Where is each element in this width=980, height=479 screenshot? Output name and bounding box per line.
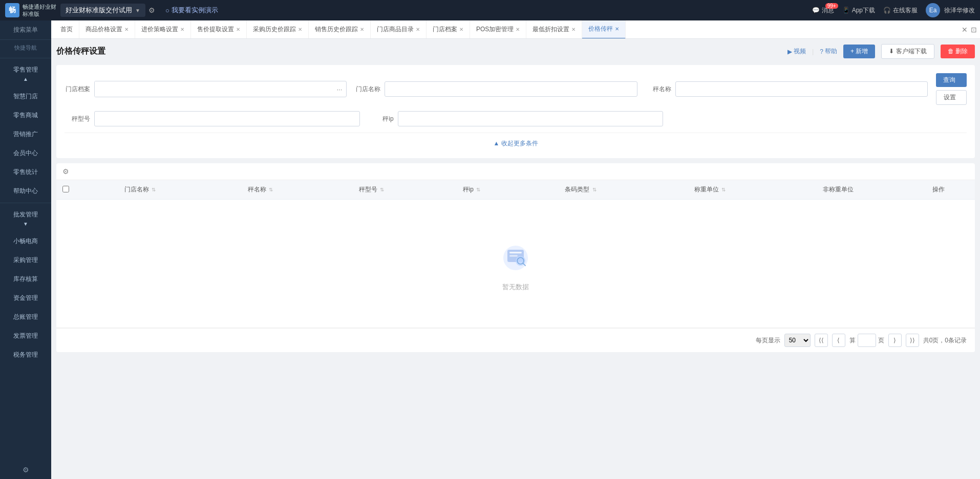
add-button[interactable]: + 新增 — [843, 45, 875, 58]
header-store-name: 门店名称 ⇅ — [75, 180, 205, 200]
store-archive-label: 门店档案 — [65, 85, 90, 94]
sidebar-item-invoice[interactable]: 发票管理 — [0, 326, 51, 345]
tab-purchase-strategy[interactable]: 进价策略设置 ✕ — [135, 20, 191, 39]
sidebar-item-retail-mgmt[interactable]: 零售管理 ▲ — [0, 60, 51, 87]
tab-store-catalog[interactable]: 门店商品目录 ✕ — [371, 20, 427, 39]
store-archive-input[interactable] — [95, 81, 332, 97]
pagination: 每页显示 50 10 20 100 ⟨⟨ ⟨ 算 1 页 ⟩ ⟩ — [56, 328, 975, 352]
user-profile[interactable]: Ea 徐泽华修改 — [926, 3, 975, 17]
tab-min-discount-close[interactable]: ✕ — [571, 27, 576, 32]
tab-price-scale-close[interactable]: ✕ — [615, 26, 619, 32]
tab-pos-mgmt-close[interactable]: ✕ — [516, 27, 520, 32]
sidebar-item-finance[interactable]: 资金管理 — [0, 289, 51, 308]
svg-rect-3 — [509, 255, 518, 256]
table-settings-icon[interactable]: ⚙ — [62, 167, 69, 176]
play-icon: ▶ — [787, 48, 792, 55]
search-button[interactable]: 查询 — [936, 73, 967, 87]
more-icon[interactable]: ··· — [332, 85, 346, 93]
tab-price-setting-close[interactable]: ✕ — [124, 27, 129, 32]
sort-icon-weight-unit[interactable]: ⇅ — [721, 187, 726, 192]
next-page-btn[interactable]: ⟩ — [888, 334, 902, 347]
sort-icon-barcode-type[interactable]: ⇅ — [592, 187, 596, 192]
tab-sale-extract[interactable]: 售价提取设置 ✕ — [191, 20, 247, 39]
sidebar-item-purchase[interactable]: 采购管理 — [0, 251, 51, 270]
sidebar-item-marketing[interactable]: 营销推广 — [0, 125, 51, 144]
scale-ip-input[interactable] — [398, 111, 664, 126]
avatar: Ea — [926, 3, 940, 17]
sidebar-item-tax[interactable]: 税务管理 — [0, 345, 51, 364]
scale-name-input[interactable] — [675, 81, 928, 97]
sort-icon-store-name[interactable]: ⇅ — [152, 187, 156, 192]
demo-link[interactable]: ○ 我要看实例演示 — [165, 6, 218, 15]
sidebar-item-retail-stats[interactable]: 零售统计 — [0, 163, 51, 182]
header-scale-model: 秤型号 ⇅ — [316, 180, 427, 200]
sidebar-search[interactable]: 搜索菜单 — [0, 20, 51, 40]
finance-label: 资金管理 — [13, 294, 38, 302]
store-name-input[interactable] — [385, 81, 637, 97]
tab-sale-history-label: 销售历史价跟踪 — [315, 25, 358, 34]
tab-store-archive[interactable]: 门店档案 ✕ — [427, 20, 470, 39]
topbar-settings-icon[interactable]: ⚙ — [148, 6, 155, 14]
sidebar-item-ledger[interactable]: 总账管理 — [0, 308, 51, 326]
last-page-btn[interactable]: ⟩⟩ — [906, 334, 919, 347]
tab-sale-history[interactable]: 销售历史价跟踪 ✕ — [309, 20, 371, 39]
sidebar-settings-icon[interactable]: ⚙ — [0, 461, 51, 479]
collapse-button[interactable]: ▲ 收起更多条件 — [487, 137, 544, 150]
per-page-select[interactable]: 50 10 20 100 — [784, 334, 811, 347]
app-download-btn[interactable]: 📱 App下载 — [842, 6, 875, 15]
sidebar-quick-nav[interactable]: 快捷导航 — [0, 40, 51, 56]
empty-text: 暂无数据 — [502, 282, 529, 292]
scale-ip-label: 秤ip — [368, 115, 394, 123]
tab-min-discount[interactable]: 最低折扣设置 ✕ — [526, 20, 582, 39]
field-scale-model: 秤型号 — [65, 111, 360, 126]
tab-sale-extract-close[interactable]: ✕ — [236, 27, 240, 32]
tab-home[interactable]: 首页 — [54, 20, 79, 39]
delete-button[interactable]: 🗑 删除 — [941, 45, 975, 58]
table-container: ⚙ 门店名称 ⇅ 秤名称 — [56, 163, 975, 352]
tab-price-setting[interactable]: 商品价格设置 ✕ — [79, 20, 135, 39]
page-title: 价格传秤设置 — [56, 46, 105, 57]
tab-store-archive-close[interactable]: ✕ — [459, 27, 463, 32]
search-panel: 门店档案 ··· 门店名称 秤名称 — [56, 65, 975, 158]
tab-price-scale[interactable]: 价格传秤 ✕ — [582, 20, 626, 39]
tab-pos-mgmt[interactable]: POS加密管理 ✕ — [470, 20, 526, 39]
select-all-checkbox[interactable] — [62, 186, 69, 192]
help-link[interactable]: ? 帮助 — [820, 47, 837, 56]
field-store-name: 门店名称 — [355, 81, 637, 97]
content-area: 首页 商品价格设置 ✕ 进价策略设置 ✕ 售价提取设置 ✕ 采购历史价跟踪 ✕ … — [51, 20, 980, 479]
sidebar-item-inventory[interactable]: 库存核算 — [0, 270, 51, 289]
tab-purchase-strategy-close[interactable]: ✕ — [180, 27, 184, 32]
app-icon: 📱 — [842, 7, 850, 14]
messages-btn[interactable]: 💬 消息 99+ — [812, 6, 834, 15]
sidebar-item-help[interactable]: 帮助中心 — [0, 182, 51, 201]
tab-store-catalog-close[interactable]: ✕ — [416, 27, 420, 32]
tab-sale-history-close[interactable]: ✕ — [360, 27, 364, 32]
header-scale-ip: 秤ip ⇅ — [427, 180, 516, 200]
sidebar-item-wholesale[interactable]: 批发管理 ▼ — [0, 205, 51, 232]
download-button[interactable]: ⬇ 客户端下载 — [881, 44, 934, 59]
sort-icon-scale-ip[interactable]: ⇅ — [476, 187, 480, 192]
sidebar-item-ecommerce[interactable]: 小畅电商 — [0, 232, 51, 251]
sort-icon-scale-model[interactable]: ⇅ — [380, 187, 384, 192]
tab-purchase-history[interactable]: 采购历史价跟踪 ✕ — [247, 20, 309, 39]
sidebar-item-smart-store[interactable]: 智慧门店 — [0, 87, 51, 106]
video-link[interactable]: ▶ 视频 — [787, 47, 806, 56]
field-scale-name: 秤名称 — [646, 81, 928, 97]
version-selector[interactable]: 好业财标准版交付试用 ▼ — [60, 4, 145, 17]
prev-page-btn[interactable]: ⟨ — [832, 334, 845, 347]
sort-icon-scale-name[interactable]: ⇅ — [269, 187, 273, 192]
user-name: 徐泽华修改 — [944, 6, 975, 15]
message-icon: 💬 — [812, 7, 820, 14]
sidebar-item-retail-mall[interactable]: 零售商城 — [0, 106, 51, 125]
scale-model-input[interactable] — [94, 111, 360, 126]
current-page-input[interactable]: 1 — [858, 334, 876, 347]
tab-close-all-btn[interactable]: ✕ — [962, 26, 968, 34]
store-archive-input-wrapper: ··· — [94, 81, 347, 97]
first-page-btn[interactable]: ⟨⟨ — [815, 334, 828, 347]
tab-expand-btn[interactable]: ⊡ — [971, 26, 977, 34]
tab-purchase-history-close[interactable]: ✕ — [298, 27, 302, 32]
wholesale-label: 批发管理 — [13, 210, 38, 219]
settings-button[interactable]: 设置 — [936, 90, 967, 105]
support-btn[interactable]: 🎧 在线客服 — [883, 6, 918, 15]
sidebar-item-member[interactable]: 会员中心 — [0, 144, 51, 163]
